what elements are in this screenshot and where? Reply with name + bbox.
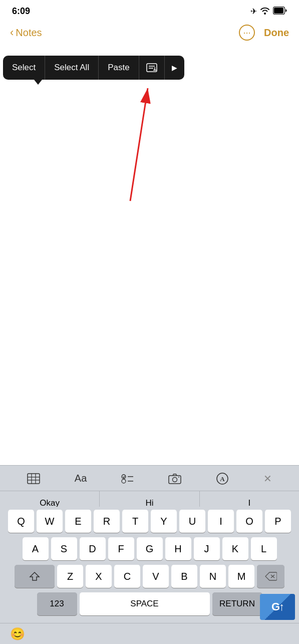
more-icon: ···: [243, 28, 250, 38]
key-c[interactable]: C: [114, 565, 140, 588]
key-v[interactable]: V: [143, 565, 169, 588]
keyboard-toolbar: Aa A ✕: [0, 465, 299, 491]
key-t[interactable]: T: [122, 510, 148, 533]
paste-button[interactable]: Paste: [99, 56, 139, 80]
svg-point-21: [178, 477, 179, 478]
key-s[interactable]: S: [51, 537, 77, 560]
format-icon-button[interactable]: [139, 56, 165, 80]
status-icons: ✈: [250, 7, 287, 17]
keyboard-close-button[interactable]: ✕: [263, 473, 272, 485]
key-r[interactable]: R: [94, 510, 120, 533]
note-content-area[interactable]: Select Select All Paste ▶: [0, 47, 299, 307]
scan-button[interactable]: A: [216, 472, 229, 485]
nav-right-actions: ··· Done: [239, 25, 289, 41]
select-all-button[interactable]: Select All: [45, 56, 99, 80]
more-button[interactable]: ···: [239, 25, 255, 41]
key-u[interactable]: U: [179, 510, 205, 533]
key-p[interactable]: P: [265, 510, 291, 533]
key-shift[interactable]: [15, 565, 55, 588]
checklist-button[interactable]: [121, 473, 134, 484]
key-row-4: 123 space return: [2, 592, 297, 615]
key-q[interactable]: Q: [8, 510, 34, 533]
key-b[interactable]: B: [171, 565, 197, 588]
watermark: G↑: [260, 594, 295, 620]
key-123[interactable]: 123: [37, 592, 77, 615]
chevron-left-icon: ‹: [10, 26, 14, 39]
context-menu: Select Select All Paste ▶: [3, 56, 184, 80]
key-a[interactable]: A: [23, 537, 49, 560]
done-button[interactable]: Done: [264, 27, 289, 39]
key-space[interactable]: space: [80, 592, 210, 615]
svg-marker-24: [30, 572, 39, 580]
key-i[interactable]: I: [208, 510, 234, 533]
status-bar: 6:09 ✈: [0, 0, 299, 21]
select-button[interactable]: Select: [3, 56, 45, 80]
key-row-3: Z X C V B N M: [2, 565, 297, 588]
svg-text:A: A: [220, 475, 225, 483]
key-w[interactable]: W: [37, 510, 63, 533]
key-backspace[interactable]: [257, 565, 284, 588]
nav-bar: ‹ Notes ··· Done: [0, 21, 299, 47]
svg-point-17: [122, 479, 126, 483]
key-x[interactable]: X: [86, 565, 112, 588]
key-row-1: Q W E R T Y U I O P: [2, 510, 297, 533]
key-g[interactable]: G: [137, 537, 163, 560]
key-o[interactable]: O: [236, 510, 262, 533]
svg-rect-9: [28, 474, 40, 484]
battery-icon: [273, 7, 287, 17]
back-button[interactable]: ‹ Notes: [10, 26, 42, 39]
more-menu-arrow[interactable]: ▶: [165, 56, 184, 80]
font-button[interactable]: Aa: [75, 473, 87, 484]
key-row-2: A S D F G H J K L: [2, 537, 297, 560]
key-return[interactable]: return: [212, 592, 262, 615]
bottom-bar: 😊: [0, 623, 299, 644]
key-d[interactable]: D: [80, 537, 106, 560]
emoji-button[interactable]: 😊: [10, 627, 25, 641]
key-z[interactable]: Z: [57, 565, 83, 588]
key-f[interactable]: F: [108, 537, 134, 560]
back-label: Notes: [16, 27, 42, 39]
camera-button[interactable]: [168, 473, 181, 484]
svg-line-8: [130, 88, 148, 201]
key-e[interactable]: E: [65, 510, 91, 533]
wifi-icon: [260, 7, 270, 17]
key-h[interactable]: H: [165, 537, 191, 560]
key-k[interactable]: K: [222, 537, 248, 560]
annotation-arrow: [100, 81, 170, 206]
svg-rect-1: [274, 8, 283, 14]
key-y[interactable]: Y: [151, 510, 177, 533]
table-button[interactable]: [27, 473, 40, 484]
key-n[interactable]: N: [200, 565, 226, 588]
status-time: 6:09: [12, 6, 30, 17]
keyboard: Q W E R T Y U I O P A S D F G H J K L Z …: [0, 507, 299, 623]
key-j[interactable]: J: [194, 537, 220, 560]
key-l[interactable]: L: [251, 537, 277, 560]
svg-point-20: [173, 477, 177, 482]
airplane-icon: ✈: [250, 7, 257, 16]
key-m[interactable]: M: [228, 565, 254, 588]
